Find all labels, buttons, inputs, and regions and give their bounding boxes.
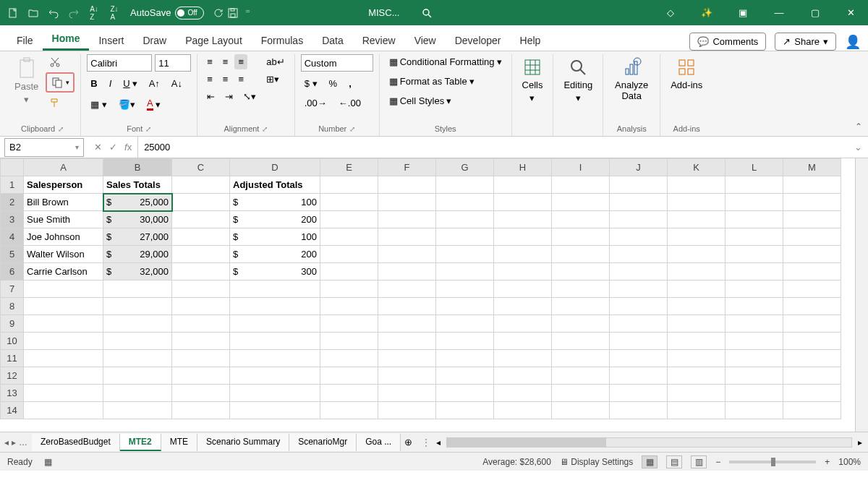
row-header-10[interactable]: 10 <box>1 333 24 350</box>
tab-help[interactable]: Help <box>511 30 550 51</box>
account-icon[interactable]: 👤 <box>845 34 861 50</box>
refresh-icon[interactable] <box>211 6 226 20</box>
cell-M13[interactable] <box>783 385 841 402</box>
cell-G11[interactable] <box>436 350 494 367</box>
cell-K7[interactable] <box>668 281 726 298</box>
cell-B2[interactable]: $25,000 <box>103 194 172 211</box>
cell-J12[interactable] <box>610 367 668 385</box>
horizontal-scrollbar[interactable] <box>446 437 852 448</box>
decrease-indent-icon[interactable]: ⇤ <box>203 89 218 104</box>
align-right-icon[interactable]: ≡ <box>234 72 247 87</box>
underline-button[interactable]: U ▾ <box>119 76 140 91</box>
display-settings-button[interactable]: 🖥 Display Settings <box>560 457 633 467</box>
editing-button[interactable]: Editing▾ <box>559 54 597 106</box>
col-header-A[interactable]: A <box>24 159 103 176</box>
col-header-E[interactable]: E <box>320 159 378 176</box>
cell-I2[interactable] <box>552 194 610 211</box>
row-header-2[interactable]: 2 <box>1 194 24 211</box>
cell-A5[interactable]: Walter Wilson <box>24 246 103 263</box>
cell-M14[interactable] <box>783 402 841 419</box>
cell-K13[interactable] <box>668 385 726 402</box>
formula-input[interactable]: 25000⌄ <box>138 137 868 158</box>
bold-button[interactable]: B <box>87 76 101 91</box>
cell-F10[interactable] <box>378 333 436 350</box>
accounting-format-icon[interactable]: $ ▾ <box>301 76 321 91</box>
font-size-select[interactable] <box>155 54 191 72</box>
cell-K1[interactable] <box>668 176 726 194</box>
border-button[interactable]: ▦ ▾ <box>87 95 111 113</box>
font-color-button[interactable]: A ▾ <box>143 95 164 113</box>
cell-J11[interactable] <box>610 350 668 367</box>
cell-J1[interactable] <box>610 176 668 194</box>
cell-C10[interactable] <box>172 333 230 350</box>
cell-C12[interactable] <box>172 367 230 385</box>
cell-A11[interactable] <box>24 350 103 367</box>
view-page-layout-icon[interactable]: ▤ <box>666 455 682 468</box>
cell-G4[interactable] <box>436 228 494 246</box>
format-as-table-button[interactable]: ▦Format as Table ▾ <box>386 74 478 89</box>
cell-D7[interactable] <box>230 281 320 298</box>
redo-icon[interactable] <box>67 6 81 20</box>
cell-D8[interactable] <box>230 298 320 315</box>
cell-B9[interactable] <box>103 315 172 333</box>
align-left-icon[interactable]: ≡ <box>203 72 216 87</box>
cell-A14[interactable] <box>24 402 103 419</box>
number-format-select[interactable] <box>301 54 373 72</box>
cell-B4[interactable]: $27,000 <box>103 228 172 246</box>
zoom-level[interactable]: 100% <box>838 457 861 467</box>
cell-F9[interactable] <box>378 315 436 333</box>
analyze-data-button[interactable]: Analyze Data <box>609 54 654 104</box>
cell-I12[interactable] <box>552 367 610 385</box>
cell-K10[interactable] <box>668 333 726 350</box>
cell-I3[interactable] <box>552 211 610 228</box>
cell-M3[interactable] <box>783 211 841 228</box>
cell-D9[interactable] <box>230 315 320 333</box>
cell-H7[interactable] <box>494 281 552 298</box>
dialog-launcher-icon[interactable]: ⤢ <box>349 125 355 133</box>
cell-C5[interactable] <box>172 246 230 263</box>
cell-styles-button[interactable]: ▦Cell Styles ▾ <box>386 93 455 108</box>
row-header-1[interactable]: 1 <box>1 176 24 194</box>
close-button[interactable]: ✕ <box>841 6 862 20</box>
zoom-slider[interactable] <box>729 461 816 463</box>
cell-G5[interactable] <box>436 246 494 263</box>
cell-K14[interactable] <box>668 402 726 419</box>
sheet-tab[interactable]: MTE2 <box>120 434 161 451</box>
cell-A2[interactable]: Bill Brown <box>24 194 103 211</box>
cell-B13[interactable] <box>103 385 172 402</box>
select-all-corner[interactable] <box>1 159 24 176</box>
cell-J13[interactable] <box>610 385 668 402</box>
orientation-icon[interactable]: ⤡▾ <box>239 89 260 104</box>
cell-F5[interactable] <box>378 246 436 263</box>
cell-K12[interactable] <box>668 367 726 385</box>
spreadsheet-grid[interactable]: ABCDEFGHIJKLM1SalespersonSales TotalsAdj… <box>0 158 868 432</box>
view-normal-icon[interactable]: ▦ <box>642 455 658 468</box>
cell-B3[interactable]: $30,000 <box>103 211 172 228</box>
cell-K6[interactable] <box>668 263 726 281</box>
cell-L11[interactable] <box>726 350 783 367</box>
row-header-9[interactable]: 9 <box>1 315 24 333</box>
cell-I7[interactable] <box>552 281 610 298</box>
cell-E10[interactable] <box>320 333 378 350</box>
cell-G2[interactable] <box>436 194 494 211</box>
cell-C8[interactable] <box>172 298 230 315</box>
cell-J3[interactable] <box>610 211 668 228</box>
cell-B8[interactable] <box>103 298 172 315</box>
cell-B11[interactable] <box>103 350 172 367</box>
col-header-K[interactable]: K <box>668 159 726 176</box>
cell-F8[interactable] <box>378 298 436 315</box>
cell-L1[interactable] <box>726 176 783 194</box>
tab-home[interactable]: Home <box>43 28 90 51</box>
sheet-tab[interactable]: ScenarioMgr <box>289 434 357 451</box>
cell-L12[interactable] <box>726 367 783 385</box>
col-header-M[interactable]: M <box>783 159 841 176</box>
cell-M7[interactable] <box>783 281 841 298</box>
macro-record-icon[interactable]: ▦ <box>44 457 52 467</box>
cell-L10[interactable] <box>726 333 783 350</box>
copy-button[interactable]: ▾ <box>46 72 75 93</box>
cell-B6[interactable]: $32,000 <box>103 263 172 281</box>
cell-D5[interactable]: $200 <box>230 246 320 263</box>
comma-format-icon[interactable]: , <box>345 76 355 91</box>
align-top-icon[interactable]: ≡ <box>203 54 216 69</box>
cells-button[interactable]: Cells▾ <box>518 54 548 106</box>
